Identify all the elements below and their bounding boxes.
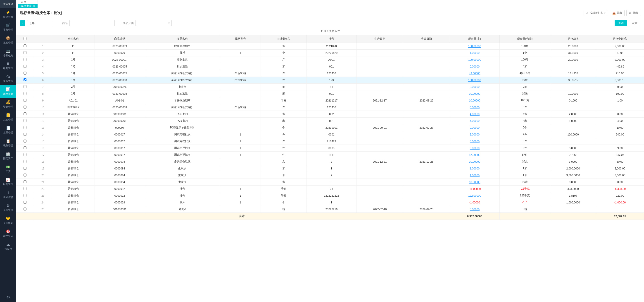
qty-main-cell[interactable]: 10.00000: [450, 97, 500, 104]
qty-main-cell[interactable]: -1.00000: [450, 199, 500, 206]
qty-main-cell[interactable]: 0.00000: [450, 63, 500, 70]
total-cost-cell: 445.86: [596, 63, 644, 70]
row-checkbox[interactable]: [24, 106, 26, 108]
qty-main-cell[interactable]: 87.00000: [450, 152, 500, 158]
sidebar-item-基础信息[interactable]: ℹ基础信息: [0, 188, 16, 201]
expand-conditions-button[interactable]: ▼ 展开更多条件: [320, 29, 340, 33]
sidebar-item-系统管理[interactable]: ⚙系统管理: [0, 201, 16, 214]
tab-库存批次[interactable]: 库存批次✕: [18, 4, 38, 8]
category-filter[interactable]: ▾: [136, 20, 172, 26]
sidebar-item-库存核算[interactable]: 📊库存核算: [0, 85, 16, 98]
row-checkbox[interactable]: [24, 180, 26, 183]
sidebar-item-税务管理[interactable]: 📋税务管理: [0, 137, 16, 149]
row-checkbox-cell: [16, 206, 34, 213]
sidebar-item-小额电商[interactable]: 💻小额电商: [0, 47, 16, 60]
qty-main-cell[interactable]: 2.00000: [450, 131, 500, 138]
sidebar-item-资金管理[interactable]: 💰资金管理: [0, 98, 16, 111]
row-checkbox[interactable]: [24, 78, 26, 81]
sidebar-item-工资[interactable]: 💵工资: [0, 163, 16, 175]
row-checkbox[interactable]: [24, 201, 26, 204]
row-checkbox[interactable]: [24, 85, 26, 88]
sidebar-item-label: 云应用: [4, 247, 12, 251]
sidebar-item-零售管理[interactable]: 🛒零售管理: [0, 21, 16, 34]
print-button[interactable]: 🖨 按模板打印 ▾: [584, 10, 608, 16]
row-checkbox[interactable]: [24, 208, 26, 210]
qty-main-cell[interactable]: 0.00000: [450, 124, 500, 131]
export-button[interactable]: 📤 导出: [610, 10, 624, 16]
row-checkbox[interactable]: [24, 167, 26, 170]
qty-main-cell[interactable]: 0.00000: [450, 104, 500, 111]
qty-main-cell[interactable]: 100.00000: [450, 43, 500, 50]
row-index: 6: [34, 77, 52, 84]
unit-cost-cell: 333.0000: [550, 186, 596, 192]
qty-main-cell[interactable]: 0.00000: [450, 84, 500, 90]
row-checkbox[interactable]: [24, 44, 26, 47]
sidebar-item-label: 工资: [6, 170, 11, 173]
row-checkbox[interactable]: [24, 139, 26, 142]
qty-main-cell[interactable]: 0.00000: [450, 138, 500, 145]
row-checkbox[interactable]: [24, 58, 26, 61]
sidebar-item-发票管理[interactable]: 🧾发票管理: [0, 124, 16, 137]
sidebar-item-批发管理[interactable]: 📦批发管理: [0, 34, 16, 47]
qty-store-cell: 10千克: [500, 97, 550, 104]
sidebar-item-快捷导航[interactable]: ⚡快捷导航: [0, 8, 16, 21]
row-checkbox[interactable]: [24, 65, 26, 68]
goods-filter[interactable]: [70, 20, 115, 26]
row-checkbox[interactable]: [24, 194, 26, 197]
col-header-spec: 规格型号: [220, 35, 261, 43]
setting-button[interactable]: 设置: [629, 20, 640, 26]
qty-main-cell[interactable]: 1.00000: [450, 165, 500, 172]
qty-main-cell[interactable]: 0.00000: [450, 206, 500, 213]
row-checkbox[interactable]: [24, 119, 26, 122]
row-checkbox[interactable]: [24, 133, 26, 136]
filter-expand-button[interactable]: ›: [20, 20, 25, 26]
batch-cell: 20220216: [306, 206, 356, 213]
qty-main-cell[interactable]: 1.00000: [450, 172, 500, 179]
qty-main-cell[interactable]: 10.00000: [450, 90, 500, 97]
sidebar-item-经营管理[interactable]: 📈经营管理: [0, 175, 16, 188]
search-button[interactable]: 查询: [614, 20, 627, 26]
tab-首页[interactable]: 首页: [18, 0, 38, 4]
sidebar-logo[interactable]: 搜索菜单: [0, 0, 16, 8]
qty-main-cell[interactable]: 3.00000: [450, 145, 500, 152]
sidebar-settings-icon[interactable]: ⚙: [0, 292, 16, 302]
qty-main-cell[interactable]: 4.00000: [450, 111, 500, 118]
sidebar-item-云应用[interactable]: ☁云应用: [0, 240, 16, 253]
row-checkbox[interactable]: [24, 112, 26, 115]
qty-main-cell[interactable]: 10.00000: [450, 179, 500, 186]
goods-name-cell: 批次次: [145, 165, 220, 172]
sidebar-item-电商管理[interactable]: 🖥电商管理: [0, 60, 16, 72]
sidebar-item-总账管理[interactable]: 📒总账管理: [0, 111, 16, 124]
row-checkbox[interactable]: [24, 146, 26, 149]
sidebar-item-企业协同[interactable]: 🤝企业协同: [0, 214, 16, 227]
sidebar-icon: 📈: [6, 178, 10, 182]
display-button[interactable]: 👁 显示: [626, 10, 640, 16]
warehouse-filter[interactable]: 仓库: [27, 20, 54, 26]
tab-close-icon[interactable]: ✕: [33, 5, 35, 7]
row-checkbox[interactable]: [24, 160, 26, 163]
row-checkbox-cell: [16, 111, 34, 118]
row-checkbox[interactable]: [24, 153, 26, 156]
row-checkbox[interactable]: [24, 51, 26, 54]
batch-cell: 2: [306, 172, 356, 179]
qty-main-cell[interactable]: 10.00000: [450, 158, 500, 165]
sidebar-item-新手引导[interactable]: 🎯新手引导: [0, 227, 16, 240]
row-checkbox[interactable]: [24, 126, 26, 129]
sidebar-item-采购管理[interactable]: 🛍采购管理: [0, 72, 16, 85]
select-all-checkbox[interactable]: [24, 37, 26, 40]
row-checkbox[interactable]: [24, 174, 26, 177]
qty-main-cell[interactable]: 122.00000: [450, 192, 500, 199]
qty-main-cell[interactable]: 100.00000: [450, 77, 500, 84]
row-checkbox[interactable]: [24, 72, 26, 75]
unit-cell: 件: [261, 104, 307, 111]
sidebar-item-固定资产[interactable]: 🏢固定资产: [0, 149, 16, 163]
row-checkbox[interactable]: [24, 92, 26, 95]
row-checkbox[interactable]: [24, 99, 26, 102]
qty-main-cell[interactable]: -16.00000: [450, 186, 500, 192]
qty-main-cell[interactable]: 100.00000: [450, 56, 500, 63]
qty-main-cell[interactable]: 4.00000: [450, 118, 500, 124]
warehouse-cell: 11: [52, 50, 95, 56]
row-checkbox[interactable]: [24, 187, 26, 190]
qty-main-cell[interactable]: 49.60000: [450, 70, 500, 77]
qty-main-cell[interactable]: 1.00000: [450, 50, 500, 56]
